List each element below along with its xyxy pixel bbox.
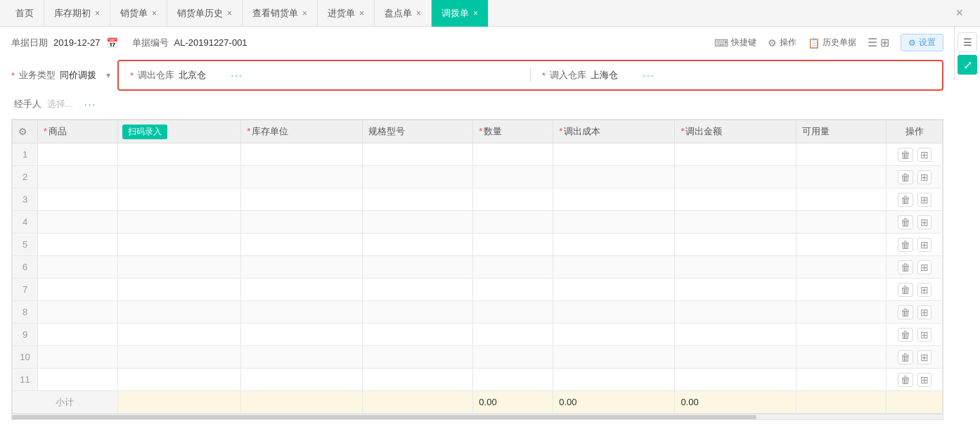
- delete-row-icon[interactable]: 🗑: [898, 148, 913, 162]
- person-more-icon[interactable]: ···: [84, 98, 97, 110]
- date-label: 单据日期: [11, 37, 48, 49]
- close-tab-sales-history[interactable]: ×: [227, 8, 232, 18]
- operate-action[interactable]: ⚙ 操作: [768, 37, 797, 49]
- close-tab-inventory-check[interactable]: ×: [416, 8, 421, 18]
- business-type-dropdown-icon[interactable]: ▾: [106, 70, 110, 80]
- copy-row-icon[interactable]: ⊞: [917, 193, 931, 207]
- delete-row-icon[interactable]: 🗑: [898, 350, 913, 364]
- table-row: 7 🗑⊞: [13, 279, 943, 301]
- th-settings[interactable]: ⚙: [13, 120, 38, 144]
- delete-row-icon[interactable]: 🗑: [898, 193, 913, 207]
- subtotal-quantity: 0.00: [473, 391, 553, 414]
- subtotal-cost: 0.00: [553, 391, 675, 414]
- horizontal-scrollbar[interactable]: [12, 414, 943, 419]
- copy-row-icon[interactable]: ⊞: [917, 215, 931, 229]
- scrollbar-thumb[interactable]: [12, 415, 756, 419]
- warehouse-out-field: * 调出仓库 北京仓 ···: [130, 69, 519, 82]
- tab-purchase[interactable]: 进货单 ×: [318, 0, 375, 27]
- delete-row-icon[interactable]: 🗑: [898, 215, 913, 229]
- warehouse-in-value[interactable]: 上海仓: [591, 69, 633, 82]
- copy-row-icon[interactable]: ⊞: [917, 328, 931, 342]
- copy-row-icon[interactable]: ⊞: [917, 148, 931, 162]
- copy-row-icon[interactable]: ⊞: [917, 373, 931, 387]
- tab-inventory-init[interactable]: 库存期初 ×: [44, 0, 110, 27]
- delete-row-icon[interactable]: 🗑: [898, 373, 913, 387]
- close-tab-view-sales[interactable]: ×: [302, 8, 307, 18]
- delete-row-icon[interactable]: 🗑: [898, 170, 913, 184]
- calendar-icon[interactable]: 📅: [106, 37, 118, 49]
- scan-button[interactable]: 扫码录入: [122, 125, 167, 139]
- tab-sales-history[interactable]: 销货单历史 ×: [167, 0, 243, 27]
- settings-gear-icon: ⚙: [908, 38, 916, 48]
- data-table-container: ⚙ 商品 扫码录入 库存单位 规格型号 数量 调出成本 调出金额 可用量: [11, 119, 943, 420]
- business-type-value[interactable]: 同价调拨: [60, 69, 102, 82]
- cell-spec[interactable]: [363, 144, 473, 166]
- shortcut-icon: ⌨: [714, 37, 728, 49]
- th-spec: 规格型号: [363, 120, 473, 144]
- th-scan[interactable]: 扫码录入: [117, 120, 240, 144]
- data-table: ⚙ 商品 扫码录入 库存单位 规格型号 数量 调出成本 调出金额 可用量: [12, 120, 943, 414]
- doc-label: 单据编号: [132, 37, 169, 49]
- delete-row-icon[interactable]: 🗑: [898, 238, 913, 252]
- shortcut-label: 快捷键: [731, 37, 756, 49]
- warehouse-in-field: * 调入仓库 上海仓 ···: [542, 69, 931, 82]
- business-type-field: * 业务类型 同价调拨 ▾: [11, 69, 110, 82]
- shortcut-action[interactable]: ⌨ 快捷键: [714, 37, 756, 49]
- date-value[interactable]: 2019-12-27: [53, 37, 101, 48]
- row-num: 4: [13, 211, 38, 234]
- copy-row-icon[interactable]: ⊞: [917, 350, 931, 364]
- window-close-button[interactable]: ×: [950, 6, 969, 20]
- operate-icon: ⚙: [768, 37, 777, 49]
- row-num: 7: [13, 279, 38, 301]
- close-tab-sales-order[interactable]: ×: [152, 8, 157, 18]
- doc-value: AL-20191227-001: [174, 37, 247, 48]
- cell-product[interactable]: [38, 144, 118, 166]
- subtotal-amount: 0.00: [675, 391, 797, 414]
- history-action[interactable]: 📋 历史单据: [808, 37, 856, 49]
- th-quantity: 数量: [473, 120, 553, 144]
- delete-row-icon[interactable]: 🗑: [898, 260, 913, 274]
- sidebar-list-icon: ☰: [963, 37, 972, 48]
- warehouse-in-more-icon[interactable]: ···: [643, 70, 655, 81]
- tab-sales-order[interactable]: 销货单 ×: [110, 0, 167, 27]
- cell-quantity[interactable]: [473, 144, 553, 166]
- row-num: 10: [13, 346, 38, 369]
- th-unit: 库存单位: [241, 120, 363, 144]
- layout-list-icon[interactable]: ☰: [868, 36, 877, 49]
- tab-transfer[interactable]: 调拨单 ×: [432, 0, 489, 27]
- close-tab-inventory-init[interactable]: ×: [95, 8, 100, 18]
- copy-row-icon[interactable]: ⊞: [917, 260, 931, 274]
- form-row: * 业务类型 同价调拨 ▾ * 调出仓库 北京仓 ··· *: [11, 60, 943, 91]
- person-label: 经手人: [14, 98, 41, 110]
- delete-row-icon[interactable]: 🗑: [898, 283, 913, 297]
- sidebar-expand-button[interactable]: ⤢: [958, 55, 977, 75]
- copy-row-icon[interactable]: ⊞: [917, 238, 931, 252]
- copy-row-icon[interactable]: ⊞: [917, 170, 931, 184]
- right-sidebar: ☰ ⤢: [954, 27, 980, 80]
- table-settings-icon[interactable]: ⚙: [18, 126, 27, 137]
- tab-view-sales[interactable]: 查看销货单 ×: [243, 0, 318, 27]
- warehouse-in-label: 调入仓库: [550, 69, 586, 82]
- person-select[interactable]: 选择...: [47, 98, 73, 110]
- layout-grid-icon[interactable]: ⊞: [880, 36, 889, 49]
- close-tab-transfer[interactable]: ×: [473, 8, 478, 18]
- delete-row-icon[interactable]: 🗑: [898, 305, 913, 319]
- warehouse-out-label: 调出仓库: [138, 69, 174, 82]
- cell-actions: 🗑 ⊞: [886, 144, 943, 166]
- close-tab-purchase[interactable]: ×: [359, 8, 364, 18]
- row-num: 6: [13, 256, 38, 279]
- tab-home[interactable]: 首页: [6, 0, 44, 27]
- settings-button[interactable]: ⚙ 设置: [901, 34, 943, 51]
- copy-row-icon[interactable]: ⊞: [917, 283, 931, 297]
- header-row: 单据日期 2019-12-27 📅 单据编号 AL-20191227-001 ⌨…: [11, 34, 943, 51]
- tab-inventory-check[interactable]: 盘点单 ×: [375, 0, 432, 27]
- cell-amount[interactable]: [675, 144, 797, 166]
- warehouse-out-value[interactable]: 北京仓: [179, 69, 221, 82]
- cell-cost[interactable]: [553, 144, 675, 166]
- warehouse-out-more-icon[interactable]: ···: [231, 70, 243, 81]
- table-row: 4 🗑⊞: [13, 211, 943, 234]
- sidebar-list-button[interactable]: ☰: [958, 32, 977, 52]
- cell-unit[interactable]: [241, 144, 363, 166]
- copy-row-icon[interactable]: ⊞: [917, 305, 931, 319]
- delete-row-icon[interactable]: 🗑: [898, 328, 913, 342]
